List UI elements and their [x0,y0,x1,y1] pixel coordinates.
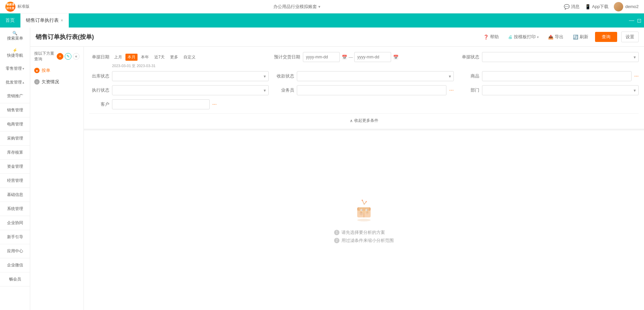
brand-name: 标准版 [17,4,30,9]
sidebar-item-inventory[interactable]: 库存核算 [0,146,30,160]
print-button[interactable]: 🖨 按模板打印 ▾ [505,33,541,41]
salesperson-input[interactable] [297,85,446,95]
query-button[interactable]: 查询 [595,32,617,42]
shortcut-custom[interactable]: 自定义 [181,54,198,61]
collapse-panel-button[interactable]: « [73,53,79,60]
sidebar-item-retail-label: 零售管理 [6,66,22,71]
svg-line-8 [363,201,364,204]
customer-filter-item: 客户 ··· [89,99,217,109]
shortcut-more[interactable]: 更多 [168,54,180,61]
sidebar-item-member-label: 畅会员 [9,277,21,281]
shortcut-7days[interactable]: 近7天 [152,54,167,61]
salesperson-more-icon[interactable]: ··· [449,87,453,93]
sidebar-item-system[interactable]: 系统管理 [0,202,30,216]
sidebar-item-operations[interactable]: 经营管理 [0,174,30,188]
main-layout: 🔍 搜索菜单 ⚡ 快捷导航 零售管理 ▾ 批发管理 ▴ 营销推广 销售管理 电商… [0,28,644,310]
sidebar-item-finance[interactable]: 资金管理 [0,160,30,174]
sidebar-item-purchase[interactable]: 采购管理 [0,132,30,146]
message-icon: 💬 [564,4,570,9]
print-icon: 🖨 [508,35,513,40]
window-maximize-button[interactable]: ⊡ [637,17,641,24]
sidebar-item-member[interactable]: 畅会员 [0,272,30,287]
date-cal-icon[interactable]: 📅 [342,55,347,60]
tab-close-icon[interactable]: × [61,18,63,23]
collapse-button[interactable]: ∧ 收起更多条件 [350,115,378,123]
receipt-label: 收款状态 [274,73,294,79]
sidebar-item-basic[interactable]: 基础信息 [0,188,30,202]
wholesale-arrow-icon: ▴ [22,81,24,84]
sidebar-quick-nav[interactable]: ⚡ 快捷导航 [0,45,30,62]
dept-select[interactable] [482,85,639,95]
sidebar-item-marketing[interactable]: 营销推广 [0,89,30,103]
execution-select[interactable] [112,85,269,95]
settings-button[interactable]: 设置 [621,32,639,42]
sidebar-search[interactable]: 🔍 搜索菜单 [0,28,30,45]
content-wrapper: 按以下方案查询 + ✎ « ● 按单 ○ 欠资情况 [30,47,644,310]
sidebar-item-retail[interactable]: 零售管理 ▾ [0,62,30,75]
right-panel: 单据日期 上月 本月 本年 近7天 更多 自定义 [84,47,644,310]
scheme-item-arrears[interactable]: ○ 欠资情况 [30,76,84,88]
app-download-button[interactable]: 📱 App下载 [585,4,608,10]
sidebar-item-ecommerce[interactable]: 电商管理 [0,117,30,132]
sidebar-item-sales[interactable]: 销售管理 [0,103,30,117]
edit-scheme-button[interactable]: ✎ [65,53,71,60]
svg-rect-12 [359,207,369,213]
page-header: 销售订单执行表(按单) ❓ 帮助 🖨 按模板打印 ▾ 📤 导出 🔄 刷新 [30,28,644,47]
customer-label: 客户 [89,101,109,107]
product-input[interactable] [482,71,632,81]
date-range-text: 2023-03-01 至 2023-03-31 [112,63,156,68]
scheme-item-ansheet[interactable]: ● 按单 [30,65,84,76]
export-icon: 📤 [548,35,553,40]
execution-select-wrapper [112,85,269,95]
empty-state: 1 请先选择要分析的方案 2 用过滤条件来缩小分析范围 [84,131,644,310]
expected-date-input-wrapper: 📅 — 📅 [303,52,398,62]
product-more-icon[interactable]: ··· [634,73,639,79]
page-header-actions: ❓ 帮助 🖨 按模板打印 ▾ 📤 导出 🔄 刷新 查询 设置 [481,32,639,46]
date-cal-icon2[interactable]: 📅 [393,55,398,60]
sidebar-item-enterprise[interactable]: 企业协同 [0,216,30,230]
outbound-select[interactable] [112,71,269,81]
receipt-select[interactable] [297,71,453,81]
shortcut-last-month[interactable]: 上月 [112,54,124,61]
customer-input[interactable] [112,99,210,109]
page-subtitle[interactable]: 办公用品行业模拟账套 ▾ [273,4,320,10]
message-button[interactable]: 💬 消息 [564,4,580,10]
expected-end-date[interactable] [354,52,391,62]
status-label: 单据状态 [459,54,479,60]
refresh-button[interactable]: 🔄 刷新 [570,33,591,41]
shortcut-this-month[interactable]: 本月 [125,54,138,61]
sidebar-item-system-label: 系统管理 [7,206,23,211]
tab-home[interactable]: 首页 [0,13,20,28]
collapse-label: 收起更多条件 [354,118,378,123]
sidebar-item-ecommerce-label: 电商管理 [7,122,23,126]
search-icon: 🔍 [12,31,17,36]
expected-start-date[interactable] [303,52,340,62]
scheme-inactive-icon: ○ [34,79,40,85]
sidebar-item-wechat[interactable]: 企业微信 [0,258,30,272]
sidebar-item-wholesale[interactable]: 批发管理 ▴ [0,75,30,89]
shortcut-this-year[interactable]: 本年 [139,54,151,61]
empty-tips: 1 请先选择要分析的方案 2 用过滤条件来缩小分析范围 [334,229,394,244]
customer-more-icon[interactable]: ··· [212,101,217,107]
status-select[interactable] [482,52,639,62]
sidebar-item-apps[interactable]: 应用中心 [0,244,30,258]
logo-area: 畅捷通 好生意 标准版 [5,2,30,12]
user-area[interactable]: demo2 [614,2,639,11]
dropdown-icon[interactable]: ▾ [318,4,320,9]
help-label: 帮助 [490,34,499,40]
expected-date-label: 预计交货日期 [274,54,300,60]
left-panel: 按以下方案查询 + ✎ « ● 按单 ○ 欠资情况 [30,47,84,310]
help-button[interactable]: ❓ 帮助 [481,33,501,41]
export-button[interactable]: 📤 导出 [545,33,566,41]
window-close-button[interactable]: — [629,17,634,23]
quick-nav-label: 快捷导航 [3,53,27,58]
sidebar-item-wholesale-label: 批发管理 [6,80,22,85]
svg-point-16 [367,209,368,210]
add-scheme-button[interactable]: + [57,53,63,60]
sidebar: 🔍 搜索菜单 ⚡ 快捷导航 零售管理 ▾ 批发管理 ▴ 营销推广 销售管理 电商… [0,28,30,310]
sidebar-item-inventory-label: 库存核算 [7,150,23,155]
tab-sales-execution[interactable]: 销售订单执行表 × [20,13,69,28]
sidebar-item-newbie[interactable]: 新手引导 [0,230,30,244]
app-icon: 📱 [585,4,591,9]
filter-row-3: 执行状态 业务员 ··· [89,85,639,95]
